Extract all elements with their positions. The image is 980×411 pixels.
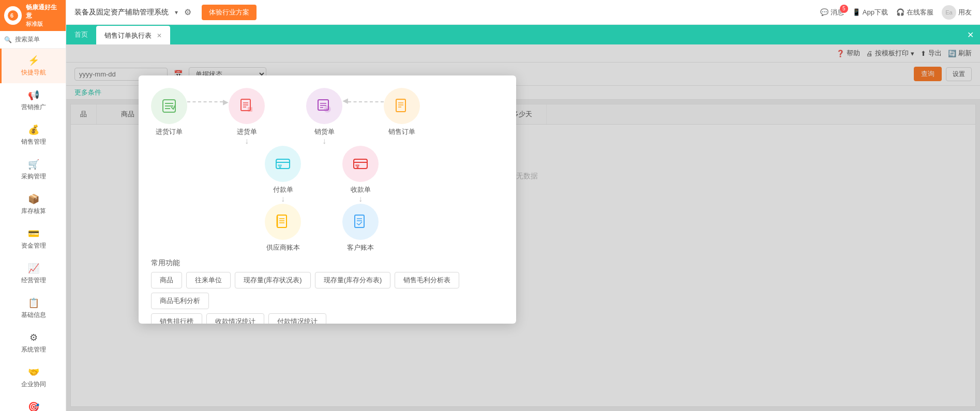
basic-info-icon: 📋 — [28, 297, 39, 309]
svg-rect-30 — [277, 215, 287, 227]
svg-text:¥: ¥ — [278, 164, 282, 170]
topbar-dropdown[interactable]: ▾ — [175, 9, 178, 16]
func-btn-product-gross[interactable]: 商品毛利分析 — [151, 293, 209, 309]
tab-home[interactable]: 首页 — [66, 25, 96, 44]
purchase-order-icon — [151, 88, 187, 124]
common-func-title: 常用功能 — [151, 258, 504, 268]
flow-arrow-1: ▶ — [187, 88, 229, 117]
supplier-ledger-icon — [265, 204, 301, 240]
flow-node-sales-slip: ≡ 销货单 ↓ — [306, 88, 342, 146]
topbar-right: 💬 消息 5 📱 App下载 🎧 在线客服 Ea 用友 — [820, 5, 972, 20]
purchase-order-label: 进货订单 — [156, 127, 183, 136]
modal-box: 进货订单 ▶ — [139, 75, 516, 324]
func-buttons-row-2: 销售排行榜 收款情况统计 付款情况统计 — [151, 313, 504, 324]
quick-nav-icon: ⚡ — [28, 55, 39, 66]
svg-rect-22 — [276, 159, 290, 169]
common-func-section: 常用功能 商品 往来单位 现存量(库存状况表) 现存量(库存分布表) 销售毛利分… — [151, 258, 504, 324]
message-badge: 5 — [840, 5, 848, 13]
logo-text: 畅康通好生意 标准版 — [26, 3, 62, 28]
tabs-close-all[interactable]: ✕ — [967, 30, 974, 40]
search-icon: 🔍 — [4, 36, 12, 43]
customer-ledger-label: 客户账本 — [347, 243, 374, 252]
svg-rect-35 — [355, 215, 364, 227]
sidebar-item-marketing[interactable]: 📢 营销推广 — [0, 83, 66, 118]
sidebar-item-operations[interactable]: 📈 经营管理 — [0, 256, 66, 291]
flow-node-customer-ledger: 客户账本 — [342, 204, 379, 252]
func-btn-product[interactable]: 商品 — [151, 272, 182, 288]
logo-icon: 6 — [4, 6, 22, 25]
guide-icon: 🎯 — [28, 401, 39, 411]
sidebar: 6 畅康通好生意 标准版 🔍 搜索菜单 ⚡ 快捷导航 📢 营销推广 💰 — [0, 0, 66, 411]
dropdown-arrow-icon: ▾ — [175, 9, 178, 16]
topbar: 装备及固定资产辅助管理系统 ▾ ⚙ 体验行业方案 💬 消息 5 📱 App下载 … — [66, 0, 980, 25]
app-download-button[interactable]: 📱 App下载 — [852, 8, 888, 17]
download-icon: 📱 — [852, 8, 861, 16]
func-buttons-row-1: 商品 往来单位 现存量(库存状况表) 现存量(库存分布表) 销售毛利分析表 商品… — [151, 272, 504, 309]
down-arrow-purchase: ↓ — [245, 136, 249, 146]
flow-node-purchase-slip: ✓ 进货单 ↓ — [229, 88, 265, 146]
func-btn-payment-stats[interactable]: 付款情况统计 — [268, 313, 326, 324]
flow-node-purchase-order: 进货订单 — [151, 88, 187, 136]
sales-order-icon — [384, 88, 420, 124]
func-btn-sales-rank[interactable]: 销售排行榜 — [151, 313, 202, 324]
system-title: 装备及固定资产辅助管理系统 — [74, 8, 169, 17]
receipt-label: 收款单 — [351, 185, 371, 194]
func-btn-sales-gross[interactable]: 销售毛利分析表 — [395, 272, 459, 288]
trial-button[interactable]: 体验行业方案 — [202, 5, 257, 20]
dashed-arrow-2: ▶ — [342, 98, 384, 105]
finance-icon: 💳 — [28, 228, 39, 239]
flow-arrow-2: ▶ — [342, 88, 384, 117]
sidebar-nav: ⚡ 快捷导航 📢 营销推广 💰 销售管理 🛒 采购管理 📦 库存核算 💳 — [0, 49, 66, 411]
operations-icon: 📈 — [28, 263, 39, 274]
tab-close-icon[interactable]: ✕ — [157, 32, 162, 39]
sidebar-item-basic-info[interactable]: 📋 基础信息 — [0, 291, 66, 326]
svg-rect-26 — [354, 159, 367, 169]
func-btn-stock-dist[interactable]: 现存量(库存分布表) — [315, 272, 391, 288]
svg-text:✓: ✓ — [249, 108, 252, 112]
sidebar-item-guide[interactable]: 🎯 新手引导 — [0, 395, 66, 411]
sidebar-item-purchase[interactable]: 🛒 采购管理 — [0, 153, 66, 187]
main-content: 装备及固定资产辅助管理系统 ▾ ⚙ 体验行业方案 💬 消息 5 📱 App下载 … — [66, 0, 980, 411]
payment-label: 付款单 — [273, 185, 293, 194]
marketing-icon: 📢 — [28, 89, 39, 101]
sales-order-label: 销售订单 — [388, 127, 415, 136]
flow-row-3: 供应商账本 客 — [151, 204, 504, 252]
dashed-arrow-1: ▶ — [187, 98, 229, 105]
sidebar-item-quick-nav[interactable]: ⚡ 快捷导航 — [0, 49, 66, 83]
svg-text:¥: ¥ — [356, 164, 359, 170]
gear-icon[interactable]: ⚙ — [184, 7, 191, 17]
flow-node-sales-order: 销售订单 — [384, 88, 420, 136]
flow-diagram: 进货订单 ▶ — [151, 88, 504, 146]
sales-icon: 💰 — [28, 124, 39, 135]
func-btn-transactions[interactable]: 往来单位 — [186, 272, 231, 288]
sidebar-item-enterprise[interactable]: 🤝 企业协同 — [0, 360, 66, 395]
func-btn-stock-status[interactable]: 现存量(库存状况表) — [235, 272, 311, 288]
sidebar-logo: 6 畅康通好生意 标准版 — [0, 0, 66, 31]
enterprise-icon: 🤝 — [28, 367, 39, 378]
payment-icon: ¥ — [265, 146, 301, 182]
func-btn-receipt-stats[interactable]: 收款情况统计 — [206, 313, 264, 324]
sidebar-item-finance[interactable]: 💳 资金管理 — [0, 222, 66, 256]
online-service-button[interactable]: 🎧 在线客服 — [896, 8, 933, 17]
tab-sales-order[interactable]: 销售订单执行表 ✕ — [96, 26, 170, 45]
sales-slip-label: 销货单 — [314, 127, 335, 136]
supplier-ledger-label: 供应商账本 — [266, 243, 300, 252]
system-icon: ⚙ — [29, 332, 38, 343]
service-icon: 🎧 — [896, 8, 904, 16]
avatar: Ea — [942, 5, 956, 20]
message-button[interactable]: 💬 消息 5 — [820, 8, 844, 17]
sidebar-item-inventory[interactable]: 📦 库存核算 — [0, 187, 66, 222]
purchase-slip-label: 进货单 — [237, 127, 257, 136]
modal-overlay[interactable]: 进货订单 ▶ — [66, 44, 980, 411]
flow-row-2: ¥ 付款单 ↓ — [151, 146, 504, 204]
down-arrow-payment: ↓ — [281, 194, 285, 204]
sidebar-item-system[interactable]: ⚙ 系统管理 — [0, 326, 66, 360]
sidebar-item-sales[interactable]: 💰 销售管理 — [0, 118, 66, 153]
svg-text:6: 6 — [10, 12, 13, 19]
customer-ledger-icon — [342, 204, 379, 240]
sidebar-search[interactable]: 🔍 搜索菜单 — [0, 31, 66, 49]
svg-text:≡: ≡ — [326, 108, 328, 112]
page-content: ❓ 帮助 🖨 按模板打印 ▾ ⬆ 导出 🔄 刷新 — [66, 44, 980, 411]
purchase-icon: 🛒 — [28, 159, 39, 170]
user-menu[interactable]: Ea 用友 — [942, 5, 972, 20]
